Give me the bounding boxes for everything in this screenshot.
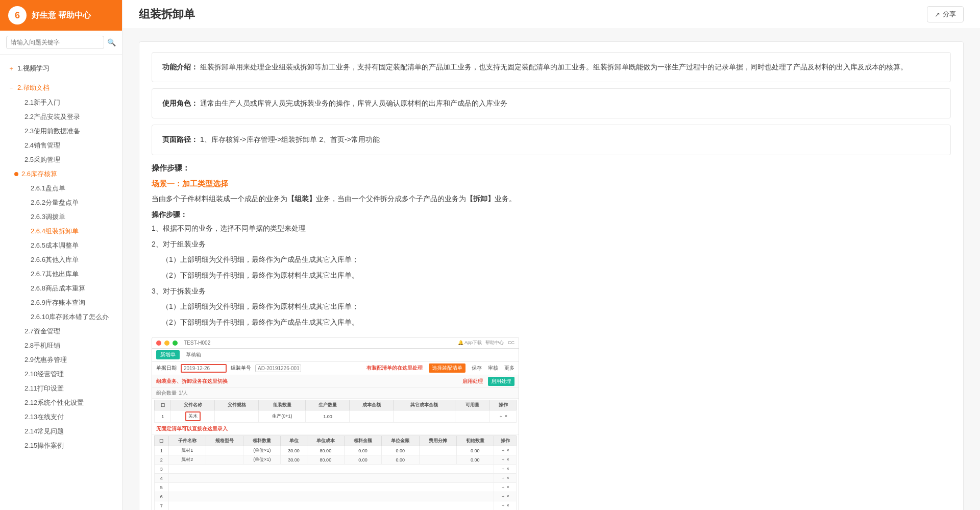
sidebar-item-docs-266[interactable]: 2.6.6其他入库单: [12, 253, 122, 267]
ss-no-label: 组装单号: [231, 365, 251, 372]
ss-r6-op: ＋ ×: [494, 492, 517, 501]
app-title: 好生意 帮助中心: [32, 10, 91, 21]
ss-r2-name: 属材2: [168, 455, 206, 465]
ss-cell-avail: [455, 410, 490, 423]
ss-lower-table-wrap: ☐ 子件名称 规格型号 领料数量 单位 单位成本 领料金额 单位金额 费用分摊: [152, 434, 519, 510]
step2-1: （1）上部明细为父件明细，最终作为产成品生成其它入库单；: [152, 253, 951, 266]
sidebar-item-docs-label: 2.帮助文档: [17, 83, 50, 92]
ss-col2-name: 子件名称: [168, 436, 206, 446]
search-box[interactable]: 🔍: [0, 31, 122, 55]
ss-r6-check: 6: [155, 492, 169, 501]
ss-r1-name: 属材1: [168, 446, 206, 455]
ss-r2-op: ＋ ×: [494, 455, 517, 465]
table-row: 2 属材2 (单位×1) 30.00 80.00 0.00 0.00 0: [155, 455, 517, 465]
share-button[interactable]: ↗ 分享: [927, 6, 964, 22]
sidebar-item-docs-23[interactable]: 2.3使用前数据准备: [6, 124, 122, 138]
sidebar-item-docs-210[interactable]: 2.10经营管理: [6, 367, 122, 381]
ops-title: 操作步骤：: [152, 210, 951, 220]
sidebar-item-docs-29[interactable]: 2.9优惠券管理: [6, 353, 122, 367]
ss-r2-share: [419, 455, 456, 465]
path-label: 页面路径：: [162, 135, 198, 143]
sidebar-item-docs-264[interactable]: 2.6.4组装拆卸单: [12, 224, 122, 238]
sidebar-item-docs-21[interactable]: 2.1新手入门: [6, 95, 122, 110]
step3-1: （1）上部明细为父件明细，最终作为原材料生成其它出库单；: [152, 300, 951, 313]
sidebar-item-docs-2610[interactable]: 2.6.10库存账本错了怎么办: [12, 310, 122, 324]
min-dot: [164, 341, 169, 346]
ss-r2-unit: 30.00: [281, 455, 307, 465]
ss-qty-label: 组合数量: [156, 390, 177, 397]
ss-col2-spec: 规格型号: [206, 436, 243, 446]
step3-2: （2）下部明细为子件明细，最终作为产成品生成其它入库单。: [152, 315, 951, 329]
table-row: 5 ＋ ×: [155, 483, 517, 492]
ss-col2-unit: 单位: [281, 436, 307, 446]
ss-titlebar: TEST-H002 🔔 App下载 帮助中心 CC: [152, 337, 519, 349]
content-section: 功能介绍： 组装拆卸单用来处理企业组装或拆卸等加工业务，支持有固定装配清单的产品…: [139, 41, 964, 510]
ss-r2-amt: 0.00: [345, 455, 382, 465]
sidebar-item-docs-22[interactable]: 2.2产品安装及登录: [6, 110, 122, 124]
ss-col2-unitcost: 单位成本: [307, 436, 344, 446]
ss-cell-op: ＋ ×: [490, 410, 517, 423]
main-content: 组装拆卸单 ↗ 分享 功能介绍： 组装拆卸单用来处理企业组装或拆卸等加工业务，支…: [122, 0, 980, 510]
ss-date-label: 单据日期: [156, 365, 177, 372]
ss-col2-initqty: 初始数量: [456, 436, 494, 446]
search-input[interactable]: [6, 36, 104, 49]
ss-r4-check: 4: [155, 474, 169, 483]
screenshot-container: TEST-H002 🔔 App下载 帮助中心 CC 新增单 草稿箱 单据日期 组…: [152, 337, 519, 510]
annotation-label-2: 组装业务、拆卸业务在这里切换: [156, 378, 228, 385]
sidebar-item-docs-262[interactable]: 2.6.2分量盘点单: [12, 196, 122, 210]
intro-card: 功能介绍： 组装拆卸单用来处理企业组装或拆卸等加工业务，支持有固定装配清单的产品…: [152, 52, 951, 82]
ss-btn-audit: 审核: [488, 365, 498, 372]
sidebar-item-docs[interactable]: － 2.帮助文档: [0, 80, 122, 95]
sidebar-item-docs-25[interactable]: 2.5采购管理: [6, 153, 122, 167]
ss-r5-op: ＋ ×: [494, 483, 517, 492]
nav-sub-docs: 2.1新手入门 2.2产品安装及登录 2.3使用前数据准备 2.4销售管理 2.…: [0, 95, 122, 453]
nav-section-video: ＋ 1.视频学习: [0, 59, 122, 78]
intro-label: 功能介绍：: [162, 63, 198, 71]
search-icon[interactable]: 🔍: [107, 38, 116, 46]
sidebar-item-docs-212[interactable]: 2.12系统个性化设置: [6, 396, 122, 410]
annotation-label-4: 无固定清单可以直接在这里录入: [152, 424, 519, 434]
step1: 1、根据不同的业务，选择不同单据的类型来处理: [152, 222, 951, 235]
ss-lower-table: ☐ 子件名称 规格型号 领料数量 单位 单位成本 领料金额 单位金额 费用分摊: [154, 435, 517, 510]
sidebar-item-docs-269[interactable]: 2.6.9库存账本查询: [12, 296, 122, 310]
sidebar-item-docs-268[interactable]: 2.6.8商品成本重算: [12, 281, 122, 296]
steps-title: 操作步骤：: [152, 163, 951, 173]
ss-r5-empty: [168, 483, 494, 492]
ss-r7-empty: [168, 501, 494, 510]
path-card: 页面路径： 1、库存核算->库存管理->组装拆卸单 2、首页->常用功能: [152, 125, 951, 155]
ss-btn-save: 保存: [472, 365, 482, 372]
page-title: 组装拆卸单: [139, 7, 195, 22]
sidebar-item-docs-24[interactable]: 2.4销售管理: [6, 138, 122, 153]
annotation-label-3: 启用处理: [462, 378, 483, 385]
sidebar-header: 6 好生意 帮助中心: [0, 0, 122, 31]
sidebar-item-docs-261[interactable]: 2.6.1盘点单: [12, 181, 122, 196]
sidebar-item-docs-28[interactable]: 2.8手机旺铺: [6, 338, 122, 353]
ss-r1-unitcost: 80.00: [307, 446, 344, 455]
sidebar-item-docs-267[interactable]: 2.6.7其他出库单: [12, 267, 122, 281]
nav-tree: ＋ 1.视频学习 － 2.帮助文档 2.1新手入门 2.2产品安装及登录 2.3…: [0, 55, 122, 510]
table-row: 1 关木 生产(0+1) 1.00: [155, 410, 517, 423]
ss-qty-val: 1/人: [179, 390, 188, 397]
sidebar-item-docs-215[interactable]: 2.15操作案例: [6, 439, 122, 453]
sidebar-item-docs-265[interactable]: 2.6.5成本调整单: [12, 238, 122, 253]
nav-sub-26: 2.6.1盘点单 2.6.2分量盘点单 2.6.3调拨单 2.6.4组装拆卸单 …: [6, 181, 122, 324]
sidebar-item-docs-213[interactable]: 2.13在线支付: [6, 410, 122, 424]
circle-icon: [14, 172, 18, 176]
sidebar-item-docs-263[interactable]: 2.6.3调拨单: [12, 210, 122, 224]
sidebar-item-docs-26[interactable]: 2.6库存核算: [6, 167, 122, 181]
ss-col-check: ☐: [155, 400, 171, 410]
ss-btn-process[interactable]: 启用处理: [488, 377, 514, 386]
ss-r7-check: 7: [155, 501, 169, 510]
close-dot: [156, 341, 161, 346]
ss-r1-spec: [206, 446, 243, 455]
sidebar-item-docs-214[interactable]: 2.14常见问题: [6, 424, 122, 439]
ss-btn-select-list[interactable]: 选择装配清单: [429, 363, 465, 373]
ss-type-row: 组装业务、拆卸业务在这里切换 启用处理 启用处理: [152, 375, 519, 388]
ss-no-input[interactable]: [255, 365, 301, 372]
role-text: 通常由生产人员或库管人员完成拆装业务的操作，库管人员确认原材料的出库和产成品的入…: [200, 99, 507, 107]
sidebar-item-docs-27[interactable]: 2.7资金管理: [6, 324, 122, 338]
sidebar-item-video[interactable]: ＋ 1.视频学习: [0, 61, 122, 76]
ss-col-parent-spec: 父件规格: [215, 400, 259, 410]
sidebar-item-docs-211[interactable]: 2.11打印设置: [6, 381, 122, 396]
ss-date-input[interactable]: [181, 364, 227, 373]
